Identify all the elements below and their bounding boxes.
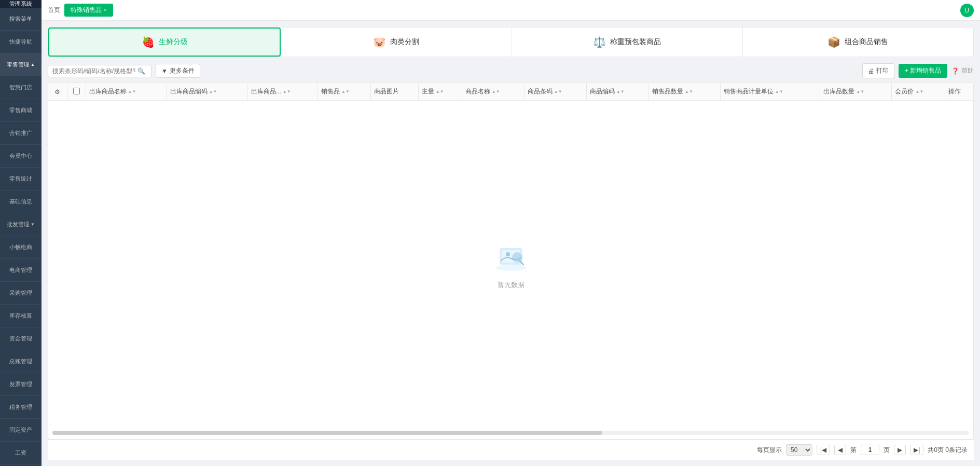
- col-action: 操作: [945, 83, 973, 101]
- wholesale-arrow-icon: ▼: [31, 222, 35, 227]
- member-label: 会员中心: [9, 152, 32, 160]
- col-mainunit: 主量 ▲▼: [418, 83, 462, 101]
- home-breadcrumb[interactable]: 首页: [48, 6, 60, 15]
- settings-col-icon: ⚙: [54, 88, 60, 95]
- topbar-right: U: [960, 4, 974, 17]
- tab-weight[interactable]: ⚖️ 称重预包装商品: [512, 28, 743, 57]
- purchase-label: 采购管理: [9, 289, 32, 297]
- col-barcode: 商品条码 ▲▼: [524, 83, 586, 101]
- sort-icon-7[interactable]: ▲▼: [554, 90, 562, 94]
- sort-icon-6[interactable]: ▲▼: [492, 90, 500, 94]
- fresh-icon: 🍓: [142, 36, 155, 48]
- sort-icon-2[interactable]: ▲▼: [209, 90, 217, 94]
- tab-combo[interactable]: 📦 组合商品销售: [743, 28, 973, 57]
- sidebar-item-basicinfo[interactable]: 基础信息: [0, 190, 42, 213]
- sort-icon-8[interactable]: ▲▼: [616, 90, 625, 94]
- col-image: 商品图片: [371, 83, 419, 101]
- search-icon[interactable]: 🔍: [137, 67, 145, 75]
- sidebar-item-finance[interactable]: 资金管理: [0, 327, 42, 350]
- prev-page-button[interactable]: ◀: [834, 445, 846, 455]
- sidebar-item-tax[interactable]: 税务管理: [0, 396, 42, 419]
- sort-icon-9[interactable]: ▲▼: [685, 90, 693, 94]
- col-settings[interactable]: ⚙: [48, 83, 67, 101]
- col-salesqty: 销售品数量 ▲▼: [648, 83, 720, 101]
- sidebar-item-invoice[interactable]: 发票管理: [0, 373, 42, 396]
- tab-meat[interactable]: 🐷 肉类分割: [281, 28, 512, 57]
- close-tab-icon[interactable]: ×: [104, 7, 107, 13]
- search-box: 🔍: [48, 65, 151, 77]
- col-action-label: 操作: [948, 88, 961, 95]
- col-memberprice-label: 会员价: [895, 87, 914, 96]
- col-mainunit-label: 主量: [422, 87, 434, 96]
- sidebar-item-fixedasset[interactable]: 固定资产: [0, 419, 42, 442]
- col-salesprod-label: 销售品: [321, 87, 340, 96]
- current-page-input[interactable]: [861, 445, 879, 455]
- print-icon: 🖨: [868, 67, 874, 75]
- sidebar-item-ecom[interactable]: 电商管理: [0, 259, 42, 282]
- sidebar-item-wholesale[interactable]: 批发管理 ▼: [0, 213, 42, 236]
- sidebar-item-purchase[interactable]: 采购管理: [0, 282, 42, 305]
- first-page-button[interactable]: |◀: [817, 445, 830, 455]
- sidebar-item-salary[interactable]: 工资: [0, 442, 42, 464]
- fresh-label: 生鲜分级: [159, 37, 188, 47]
- sidebar-item-quick[interactable]: 快捷导航: [0, 31, 42, 53]
- print-button[interactable]: 🖨 打印: [862, 63, 894, 78]
- horizontal-scrollbar[interactable]: [48, 427, 973, 439]
- sort-icon-12[interactable]: ▲▼: [915, 90, 923, 94]
- svg-point-4: [506, 252, 510, 256]
- next-page-button[interactable]: ▶: [894, 445, 906, 455]
- col-outsku: 出库商品... ▲▼: [247, 83, 318, 101]
- user-avatar[interactable]: U: [960, 4, 974, 17]
- inventory-label: 库存核算: [9, 312, 32, 320]
- sidebar-item-inventory[interactable]: 库存核算: [0, 305, 42, 327]
- empty-state: 暂无数据: [48, 101, 973, 427]
- sidebar-item-member[interactable]: 会员中心: [0, 145, 42, 168]
- sort-icon-4[interactable]: ▲▼: [341, 90, 350, 94]
- add-button[interactable]: + 新增销售品: [899, 64, 947, 78]
- col-goodscode-label: 商品编码: [590, 87, 615, 96]
- page-size-select[interactable]: 50 10 20 100: [786, 444, 812, 456]
- search-input[interactable]: [52, 67, 135, 75]
- toolbar-row: 🔍 ▼ 更多条件 🖨 打印 + 新增销售品 ❓ 帮助: [48, 63, 974, 78]
- col-salesqty-label: 销售品数量: [652, 87, 683, 96]
- fixedasset-label: 固定资产: [9, 426, 32, 434]
- col-barcode-label: 商品条码: [528, 87, 553, 96]
- sidebar-item-search[interactable]: 搜索菜单: [0, 8, 42, 31]
- help-label: 帮助: [961, 66, 974, 75]
- pagination-bar: 每页显示 50 10 20 100 |◀ ◀ 第 页 ▶ ▶| 共0页 0条记录: [48, 440, 974, 460]
- active-tab-label: 特殊销售品: [71, 6, 102, 15]
- weight-icon: ⚖️: [593, 36, 606, 48]
- toolbar-right-area: 🖨 打印 + 新增销售品 ❓ 帮助: [862, 63, 974, 78]
- search-menu-label: 搜索菜单: [9, 15, 32, 23]
- help-icon: ❓: [951, 67, 959, 75]
- sidebar-item-totalstat[interactable]: 总账管理: [0, 350, 42, 373]
- col-salesunit: 销售商品计量单位 ▲▼: [721, 83, 820, 101]
- col-goodscode: 商品编码 ▲▼: [586, 83, 648, 101]
- col-memberprice: 会员价 ▲▼: [892, 83, 945, 101]
- sidebar-item-marketing[interactable]: 营销推广: [0, 122, 42, 145]
- tab-cards-row: 🍓 生鲜分级 🐷 肉类分割 ⚖️ 称重预包装商品 📦 组合商品销售: [48, 27, 974, 57]
- select-all-checkbox[interactable]: [73, 88, 80, 94]
- total-text: 共0页 0条记录: [928, 446, 968, 455]
- tab-fresh[interactable]: 🍓 生鲜分级: [48, 28, 281, 57]
- active-tab[interactable]: 特殊销售品 ×: [64, 4, 113, 17]
- print-label: 打印: [876, 66, 889, 75]
- filter-button[interactable]: ▼ 更多条件: [156, 64, 200, 78]
- help-button[interactable]: ❓ 帮助: [951, 66, 974, 75]
- combo-label: 组合商品销售: [845, 37, 888, 47]
- sidebar-item-retailmall[interactable]: 零售商城: [0, 99, 42, 122]
- miniapp-label: 小畅电商: [9, 243, 32, 251]
- sidebar-item-retailstat[interactable]: 零售统计: [0, 168, 42, 190]
- col-checkbox[interactable]: [67, 83, 86, 101]
- sort-icon-10[interactable]: ▲▼: [775, 90, 783, 94]
- sort-icon-5[interactable]: ▲▼: [436, 90, 444, 94]
- sort-icon-3[interactable]: ▲▼: [283, 90, 291, 94]
- sort-icon[interactable]: ▲▼: [128, 90, 136, 94]
- quick-nav-label: 快捷导航: [9, 38, 32, 46]
- sidebar-item-miniapp[interactable]: 小畅电商: [0, 236, 42, 259]
- empty-text: 暂无数据: [498, 280, 524, 290]
- sidebar-item-smartshop[interactable]: 智慧门店: [0, 76, 42, 99]
- last-page-button[interactable]: ▶|: [910, 445, 923, 455]
- sort-icon-11[interactable]: ▲▼: [856, 90, 864, 94]
- sidebar-item-retail[interactable]: 零售管理 ▲: [0, 53, 42, 76]
